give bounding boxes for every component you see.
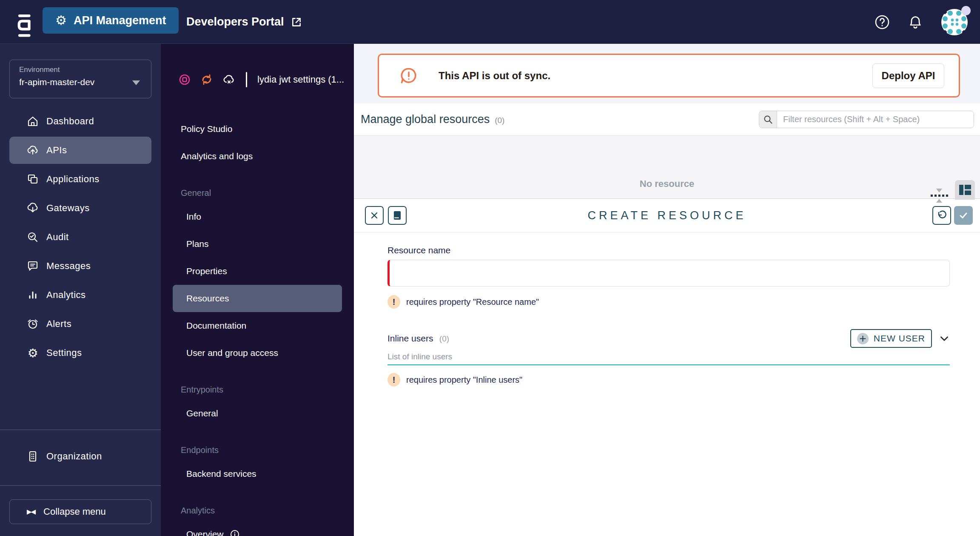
gravitee-logo-icon[interactable] (15, 14, 32, 31)
api-section-general: General (161, 176, 354, 203)
resource-count: (0) (495, 116, 504, 125)
documentation-button[interactable] (388, 206, 407, 225)
environment-label: Environment (19, 66, 142, 74)
close-icon (370, 211, 379, 220)
environment-value: fr-apim-master-dev (19, 77, 142, 87)
resource-name-input[interactable] (387, 260, 950, 287)
sidebar-item-messages[interactable]: Messages (9, 252, 151, 280)
api-menu-plans[interactable]: Plans (161, 230, 354, 258)
book-icon (393, 210, 402, 221)
sidebar-item-dashboard[interactable]: Dashboard (9, 108, 151, 135)
sidebar-nav: Dashboard APIs Applications (0, 108, 161, 367)
home-icon (26, 115, 39, 128)
reset-icon (937, 210, 947, 221)
triangle-down-icon (936, 189, 942, 192)
reset-button[interactable] (932, 206, 951, 225)
api-management-chip[interactable]: ⚙ API Management (43, 7, 179, 34)
panel-body: Resource name ! requires property "Resou… (354, 232, 980, 387)
messages-icon (26, 260, 39, 272)
inline-users-hint: List of inline users (387, 352, 950, 361)
bar-chart-icon (26, 289, 39, 301)
triangle-up-icon (936, 199, 942, 203)
error-icon: ! (387, 295, 400, 309)
resources-table-area: No resource (354, 136, 980, 198)
sidebar-item-gateways[interactable]: Gateways (9, 195, 151, 222)
developers-portal-link[interactable]: Developers Portal (186, 0, 302, 44)
api-menu-backend-services[interactable]: Backend services (161, 460, 354, 487)
topbar-actions (875, 0, 968, 44)
api-sidebar: lydia jwt settings (1... Policy Studio A… (161, 44, 354, 536)
info-icon (230, 529, 240, 536)
inline-users-actions: NEW USER (850, 329, 950, 348)
developers-portal-label: Developers Portal (186, 15, 284, 29)
panel-resize-handle[interactable] (931, 189, 948, 203)
api-menu-properties[interactable]: Properties (161, 258, 354, 285)
api-menu-info[interactable]: Info (161, 203, 354, 230)
sidebar-item-audit[interactable]: Audit (9, 224, 151, 251)
record-stop-icon[interactable] (178, 73, 191, 86)
sidebar-item-settings[interactable]: ⚙ Settings (9, 339, 151, 367)
api-menu-analytics-and-logs[interactable]: Analytics and logs (161, 143, 354, 170)
api-header: lydia jwt settings (1... (161, 44, 354, 115)
inline-users-label: Inline users (387, 333, 433, 343)
environment-selector[interactable]: Environment fr-apim-master-dev (9, 60, 151, 98)
page-header: Manage global resources (0) (354, 103, 980, 135)
deploy-api-button[interactable]: Deploy API (872, 63, 944, 88)
resource-name-label: Resource name (387, 245, 950, 255)
close-button[interactable] (365, 206, 384, 225)
applications-icon (26, 173, 39, 186)
api-section-entrypoints: Entrypoints (161, 373, 354, 400)
filter-resources-input[interactable] (777, 111, 974, 128)
divider (0, 485, 161, 486)
chevron-down-icon[interactable] (939, 333, 950, 344)
sidebar-item-apis[interactable]: APIs (9, 137, 151, 164)
api-menu-entrypoints-general[interactable]: General (161, 400, 354, 427)
inline-users-row: Inline users (0) NEW USER (387, 329, 950, 348)
api-menu-policy-studio[interactable]: Policy Studio (161, 115, 354, 143)
collapse-menu-button[interactable]: ▶◀ Collapse menu (9, 499, 151, 524)
divider (246, 72, 247, 87)
api-menu-resources[interactable]: Resources (173, 285, 342, 312)
help-icon[interactable] (875, 14, 890, 30)
sidebar-item-alerts[interactable]: Alerts (9, 310, 151, 338)
new-user-button[interactable]: NEW USER (850, 329, 932, 348)
chevron-down-icon (132, 80, 140, 85)
plus-icon (857, 333, 869, 344)
inline-users-underline (387, 364, 950, 365)
resource-name-error: ! requires property "Resource name" (387, 295, 950, 309)
drag-dots-icon (931, 195, 948, 197)
api-menu-documentation[interactable]: Documentation (161, 312, 354, 339)
panel-header: CREATE RESOURCE (354, 199, 980, 232)
api-section-analytics: Analytics (161, 493, 354, 521)
main-sidebar: Environment fr-apim-master-dev Dashboard… (0, 44, 161, 536)
collapse-icon: ▶◀ (27, 508, 35, 516)
panel-title: CREATE RESOURCE (354, 199, 980, 232)
sync-icon[interactable] (200, 73, 214, 86)
sidebar-item-analytics[interactable]: Analytics (9, 281, 151, 309)
api-menu-overview[interactable]: Overview (161, 521, 354, 536)
notifications-bell-icon[interactable] (908, 14, 923, 30)
inline-users-labels: Inline users (0) (387, 333, 449, 344)
api-menu-user-group-access[interactable]: User and group access (161, 339, 354, 367)
gear-icon: ⚙ (26, 347, 39, 359)
main-content: This API is out of sync. Deploy API Mana… (354, 44, 980, 536)
save-button[interactable] (954, 206, 973, 225)
top-bar: ⚙ API Management Developers Portal (0, 0, 980, 44)
panel-layout-toggle[interactable] (955, 180, 975, 200)
cloud-upload-icon (26, 144, 39, 157)
avatar-badge (961, 6, 971, 15)
sidebar-item-organization[interactable]: Organization (9, 443, 151, 470)
empty-state-text: No resource (354, 178, 980, 189)
filter-resources-field (759, 111, 974, 128)
user-avatar[interactable] (941, 9, 968, 36)
banner-message: This API is out of sync. (439, 70, 550, 82)
cloud-download-icon (26, 202, 39, 215)
search-icon (759, 111, 777, 128)
check-icon (959, 211, 968, 220)
cloud-unpublished-icon[interactable] (222, 73, 236, 86)
layout-icon (958, 183, 972, 196)
divider (0, 430, 161, 430)
error-icon: ! (387, 373, 400, 387)
external-link-icon (291, 17, 302, 28)
sidebar-item-applications[interactable]: Applications (9, 166, 151, 193)
